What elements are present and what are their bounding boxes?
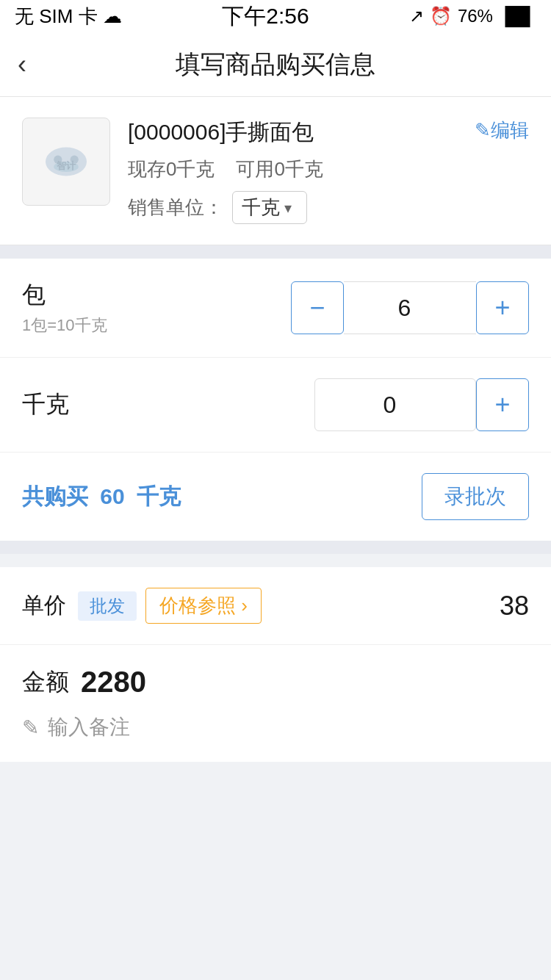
separator-1 [0, 245, 551, 259]
status-right: ↗ ⏰ 76% ▐█▌ [409, 6, 536, 26]
no-sim-text: 无 SIM 卡 ☁ [15, 4, 122, 29]
edit-remark-icon: ✎ [22, 716, 39, 740]
remark-row[interactable]: ✎ 输入备注 [22, 713, 529, 741]
product-info: [0000006]手撕面包 ✎编辑 现存0千克 可用0千克 销售单位： 千克 ▾ [128, 118, 529, 224]
product-name: [0000006]手撕面包 [128, 118, 314, 148]
total-amount: 60 [100, 484, 124, 508]
kg-label: 千克 [22, 389, 96, 421]
status-time: 下午2:56 [222, 1, 309, 32]
kg-quantity-input[interactable] [314, 378, 476, 431]
remark-placeholder: 输入备注 [48, 713, 130, 741]
price-label: 单价 [22, 591, 66, 621]
bag-plus-button[interactable]: + [476, 281, 529, 334]
product-stock: 现存0千克 可用0千克 [128, 156, 529, 182]
bag-sub: 1包=10千克 [22, 314, 107, 336]
separator-2 [0, 541, 551, 554]
unit-value: 千克 [242, 195, 280, 220]
stock-text: 现存0千克 [128, 158, 215, 180]
kg-quantity-control: + [314, 378, 529, 431]
page-title: 填写商品购买信息 [176, 48, 375, 82]
product-thumbnail: 智计 [22, 118, 110, 206]
bag-row: 包 1包=10千克 − + [0, 259, 551, 358]
total-text: 共购买 60 千克 [22, 482, 181, 512]
status-left: 无 SIM 卡 ☁ [15, 4, 122, 29]
price-section: 单价 批发 价格参照 › 38 [0, 567, 551, 645]
form-section: 包 1包=10千克 − + 千克 + [0, 259, 551, 453]
product-unit-row: 销售单位： 千克 ▾ [128, 191, 529, 224]
bag-label: 包 [22, 279, 107, 311]
bag-label-group: 包 1包=10千克 [22, 279, 107, 336]
location-icon: ↗ [409, 6, 424, 26]
price-ref-button[interactable]: 价格参照 › [145, 588, 262, 624]
unit-label: 销售单位： [128, 195, 223, 220]
alarm-icon: ⏰ [430, 6, 452, 26]
total-prefix: 共购买 [22, 484, 88, 508]
available-text: 可用0千克 [236, 158, 323, 180]
kg-plus-button[interactable]: + [476, 378, 529, 431]
battery-text: 76% [458, 6, 493, 26]
dropdown-icon: ▾ [284, 199, 292, 217]
batch-button[interactable]: 录批次 [422, 473, 529, 520]
price-value: 38 [500, 591, 529, 621]
amount-label: 金额 [22, 666, 69, 699]
price-tag: 批发 [78, 591, 137, 621]
edit-button[interactable]: ✎编辑 [475, 118, 529, 143]
bag-quantity-control: − + [291, 281, 529, 334]
amount-value: 2280 [81, 666, 146, 699]
product-logo-icon: 智计 [40, 136, 92, 187]
bottom-space [0, 762, 551, 980]
product-card: 智计 [0000006]手撕面包 ✎编辑 现存0千克 可用0千克 销售单位： 千… [0, 97, 551, 245]
nav-bar: ‹ 填写商品购买信息 [0, 32, 551, 97]
kg-label-group: 千克 [22, 389, 96, 421]
price-row: 单价 批发 价格参照 › 38 [0, 567, 551, 645]
product-header: [0000006]手撕面包 ✎编辑 [128, 118, 529, 148]
total-unit: 千克 [137, 484, 181, 508]
total-row: 共购买 60 千克 录批次 [0, 453, 551, 541]
kg-row: 千克 + [0, 358, 551, 453]
svg-text:智计: 智计 [56, 160, 76, 171]
unit-select[interactable]: 千克 ▾ [232, 191, 307, 224]
amount-row: 金额 2280 [22, 666, 529, 699]
bag-minus-button[interactable]: − [291, 281, 344, 334]
bag-quantity-input[interactable] [344, 281, 476, 334]
content-area: 智计 [0000006]手撕面包 ✎编辑 现存0千克 可用0千克 销售单位： 千… [0, 97, 551, 980]
back-button[interactable]: ‹ [18, 49, 26, 80]
battery-icon: ▐█▌ [499, 6, 536, 26]
status-bar: 无 SIM 卡 ☁ 下午2:56 ↗ ⏰ 76% ▐█▌ [0, 0, 551, 32]
amount-section: 金额 2280 ✎ 输入备注 [0, 645, 551, 762]
